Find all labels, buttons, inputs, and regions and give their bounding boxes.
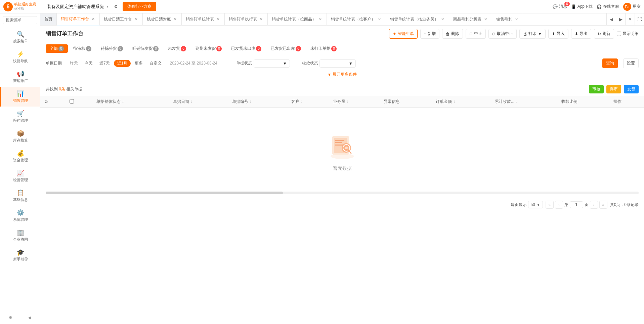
sub-tab-expired-not-shipped[interactable]: 到期未发货0 [191, 44, 226, 53]
sub-tab-all[interactable]: 全部0 [46, 44, 68, 53]
sub-tab-wangpu-pending[interactable]: 旺铺待发货0 [128, 44, 163, 53]
sidebar-item-operation[interactable]: 📈经营管理 [0, 166, 40, 186]
stop-button[interactable]: ⊙ 中止 [466, 29, 486, 39]
sub-tab-not-printed[interactable]: 未打印单据0 [306, 44, 341, 53]
date-option-近1月[interactable]: 近1月 [114, 60, 131, 67]
last-page-btn[interactable]: » [599, 201, 607, 209]
sidebar-collapse-btn[interactable]: ◀ [22, 314, 38, 321]
filter-settings-button[interactable]: 设置 [623, 58, 639, 68]
col-header-date[interactable]: 单据日期↕ [169, 96, 228, 108]
search-input[interactable] [3, 16, 37, 24]
smart-create-button[interactable]: ★ 智能生单 [389, 29, 418, 39]
tab-sales-exec[interactable]: 销售订单执行表✕ [225, 13, 268, 26]
show-detail-checkbox[interactable] [617, 32, 621, 36]
tab-cash-daily[interactable]: 钱货日清工作台✕ [100, 13, 143, 26]
tab-fullscreen-btn[interactable]: ⛶ [635, 13, 644, 26]
audit-button[interactable]: 审核 [589, 85, 604, 93]
tab-goods-stats-customer[interactable]: 销货单统计表（按客户）✕ [327, 13, 386, 26]
col-config-icon[interactable]: ⚙ [44, 99, 48, 104]
sub-tab-shipped-not-stored[interactable]: 已发货未出库0 [227, 44, 265, 53]
tab-close-sales-order-workbench[interactable]: ✕ [91, 17, 95, 21]
online-service-button[interactable]: 🎧 在线客服 [597, 4, 619, 9]
settings-icon[interactable]: ⚙ [111, 2, 121, 11]
sidebar-settings-btn[interactable]: ⚙ [3, 314, 19, 321]
tab-close-cash-daily[interactable]: ✕ [134, 17, 138, 22]
refresh-button[interactable]: ↻ 刷新 [594, 29, 614, 39]
message-button[interactable]: 💬 消息 6 [553, 4, 567, 9]
tab-close-all-btn[interactable]: ✕ [625, 13, 635, 26]
sidebar-item-enterprise[interactable]: 🏢企业协同 [0, 226, 40, 245]
date-option-更多[interactable]: 更多 [132, 60, 145, 67]
cancel-stop-button[interactable]: ⊙ 取消中止 [488, 29, 517, 39]
import-button[interactable]: ⬆ 导入 [548, 29, 568, 39]
sidebar-item-basic[interactable]: 📋基础信息 [0, 186, 40, 206]
app-download-button[interactable]: 📱 App下载 [571, 4, 593, 9]
sidebar-item-marketing[interactable]: 📢营销推广 [0, 67, 40, 87]
expand-more-button[interactable]: ▼ 展开更多条件 [325, 70, 360, 79]
prev-page-btn[interactable]: ‹ [555, 201, 563, 209]
sidebar-item-purchase[interactable]: 🛒采购管理 [0, 107, 40, 126]
ship-button[interactable]: 发货 [624, 85, 639, 93]
col-header-amount[interactable]: 订单金额↕ [432, 96, 491, 108]
tab-close-margin-analysis[interactable]: ✕ [483, 17, 488, 22]
sub-tab-not-shipped[interactable]: 未发货0 [164, 44, 190, 53]
export-button[interactable]: ⬇ 导出 [571, 29, 591, 39]
sidebar-search-area[interactable] [0, 13, 40, 27]
tab-prev-btn[interactable]: ◀ [606, 13, 616, 26]
payment-select[interactable]: ▼ [319, 59, 356, 68]
tab-sales-profit[interactable]: 销售毛利✕ [492, 13, 523, 26]
sidebar-item-inventory[interactable]: 📦库存核算 [0, 126, 40, 146]
experience-button[interactable]: 体验行业方案 [123, 2, 156, 11]
col-header-received[interactable]: 累计收款...↕ [491, 96, 557, 108]
delete-button[interactable]: 🗑 删除 [442, 29, 463, 39]
tab-goods-stats-staff[interactable]: 销货单统计表（按业务员）✕ [386, 13, 449, 26]
select-all-checkbox[interactable] [70, 99, 74, 104]
tab-sales-stats[interactable]: 销售订单统计表✕ [182, 13, 225, 26]
tab-close-cash-reconcile[interactable]: ✕ [173, 17, 177, 22]
tab-cash-reconcile[interactable]: 钱货日清对账✕ [143, 13, 182, 26]
tab-close-sales-profit[interactable]: ✕ [514, 17, 519, 22]
show-detail-toggle[interactable]: 显示明细 [617, 31, 639, 37]
tab-close-goods-stats-product[interactable]: ✕ [318, 17, 323, 22]
purchase-icon: 🛒 [17, 110, 24, 117]
first-page-btn[interactable]: « [546, 201, 554, 209]
user-menu[interactable]: Ea 用友 [623, 3, 641, 11]
sidebar-item-finance[interactable]: 💰资金管理 [0, 146, 40, 166]
sidebar-item-quick-nav[interactable]: ⚡快捷导航 [0, 47, 40, 67]
col-header-customer[interactable]: 客户↕ [287, 96, 329, 108]
tab-close-goods-stats-customer[interactable]: ✕ [377, 17, 382, 22]
system-title-dropdown-icon[interactable]: ▼ [106, 5, 109, 8]
sidebar-item-system[interactable]: ⚙️系统管理 [0, 206, 40, 226]
sidebar-item-search[interactable]: 🔍搜索菜单 [0, 27, 40, 47]
print-button[interactable]: 🖨 打印 ▼ [519, 29, 546, 39]
page-number-input[interactable] [570, 201, 583, 208]
tab-home[interactable]: 首页 [40, 13, 57, 26]
revoke-button[interactable]: 弃审 [606, 85, 621, 93]
col-header-staff[interactable]: 业务员↕ [329, 96, 380, 108]
status-select[interactable]: ▼ [254, 59, 290, 68]
sub-tab-pending-inspect[interactable]: 待拣验货0 [97, 44, 127, 53]
horizontal-scrollbar[interactable] [46, 192, 639, 194]
page-size-select[interactable]: 50 ▼ [528, 201, 543, 208]
next-page-btn[interactable]: › [590, 201, 598, 209]
col-header-number[interactable]: 单据编号↕ [228, 96, 287, 108]
date-option-近7天[interactable]: 近7天 [97, 60, 113, 67]
sidebar-item-guide[interactable]: 🎓新手引导 [0, 245, 40, 265]
tab-margin-analysis[interactable]: 商品毛利分析表✕ [449, 13, 492, 26]
col-header-status[interactable]: 单据整体状态↕ [92, 96, 169, 108]
date-option-自定义[interactable]: 自定义 [147, 60, 164, 67]
sub-tab-shipped-stored[interactable]: 已发货已出库0 [267, 44, 305, 53]
date-option-今天[interactable]: 今天 [82, 60, 95, 67]
tab-next-btn[interactable]: ▶ [616, 13, 625, 26]
finance-icon: 💰 [17, 150, 24, 157]
query-button[interactable]: 查询 [602, 58, 618, 68]
sidebar-item-sales[interactable]: 📊销售管理 [0, 87, 40, 107]
add-button[interactable]: + 新增 [420, 29, 439, 39]
tab-close-goods-stats-staff[interactable]: ✕ [440, 17, 445, 22]
tab-close-sales-stats[interactable]: ✕ [216, 17, 220, 22]
tab-goods-stats-product[interactable]: 销货单统计表（按商品）✕ [268, 13, 327, 26]
tab-close-sales-exec[interactable]: ✕ [259, 17, 263, 22]
sub-tab-pending-audit[interactable]: 待审核0 [69, 44, 95, 53]
tab-sales-order-workbench[interactable]: 销售订单工作台✕ [57, 13, 100, 26]
date-option-昨天[interactable]: 昨天 [67, 60, 81, 67]
